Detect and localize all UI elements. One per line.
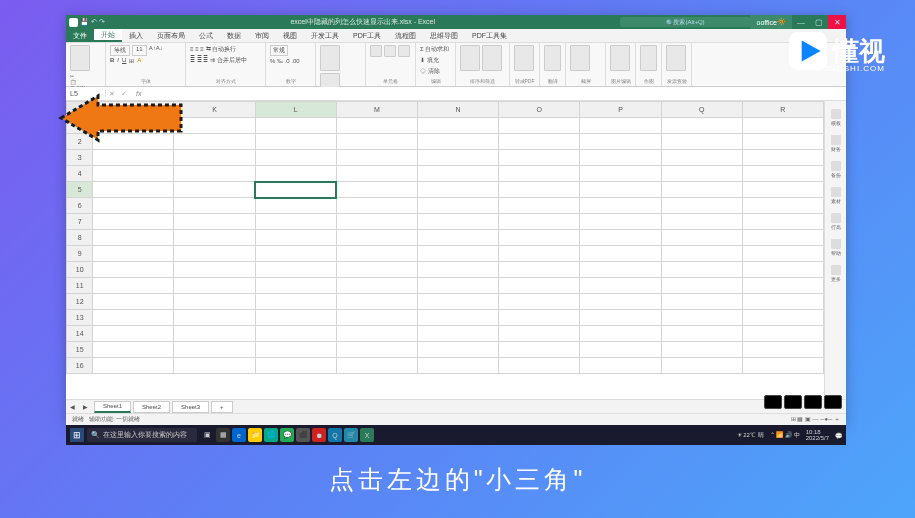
tab-view[interactable]: 视图 — [276, 29, 304, 42]
menubar: 文件 开始 插入 页面布局 公式 数据 审阅 视图 开发工具 PDF工具 流程图… — [66, 29, 846, 43]
float-btn[interactable] — [764, 395, 782, 409]
sp-help[interactable]: 帮助 — [828, 237, 844, 257]
tab-home[interactable]: 开始 — [94, 29, 122, 42]
col-header[interactable]: R — [742, 102, 823, 118]
col-header[interactable]: L — [255, 102, 336, 118]
taskbar-app-icon[interactable]: 📁 — [248, 428, 262, 442]
sheet-nav-next-icon[interactable]: ▶ — [79, 403, 92, 410]
qat-save-icon[interactable]: 💾 — [80, 18, 89, 26]
taskbar-search[interactable]: 🔍 在这里输入你要搜索的内容 — [87, 428, 197, 442]
col-header[interactable]: P — [580, 102, 661, 118]
image-edit-button[interactable] — [610, 45, 630, 71]
col-header[interactable]: N — [418, 102, 499, 118]
maximize-button[interactable]: ▢ — [810, 15, 828, 29]
invoice-button[interactable] — [666, 45, 686, 71]
titlebar: 💾 ↶ ↷ excel中隐藏的列怎么快速显示出来.xlsx - Excel 🔍搜… — [66, 15, 846, 29]
insert-cell-button[interactable] — [370, 45, 382, 57]
app-window: 💾 ↶ ↷ excel中隐藏的列怎么快速显示出来.xlsx - Excel 🔍搜… — [66, 15, 846, 425]
draw-button[interactable] — [640, 45, 657, 71]
add-sheet-button[interactable]: + — [211, 401, 233, 413]
pdf-button[interactable] — [514, 45, 534, 71]
sort-button[interactable] — [460, 45, 480, 71]
tab-flow[interactable]: 流程图 — [388, 29, 423, 42]
sp-material[interactable]: 素材 — [828, 185, 844, 205]
size-select[interactable]: 11 — [132, 45, 147, 56]
svg-marker-0 — [61, 96, 181, 140]
col-header[interactable]: Q — [661, 102, 742, 118]
col-header[interactable]: M — [336, 102, 417, 118]
sheet-nav-prev-icon[interactable]: ◀ — [66, 403, 79, 410]
notification-icon[interactable]: 💬 — [835, 432, 842, 439]
search-box[interactable]: 🔍搜索(Alt+Q) — [620, 17, 750, 27]
start-button[interactable]: ⊞ — [70, 428, 84, 442]
taskbar-app-icon[interactable]: 💬 — [280, 428, 294, 442]
sp-rowheight[interactable]: 行高 — [828, 211, 844, 231]
find-button[interactable] — [482, 45, 502, 71]
ribbon: ✂📋格式刷剪贴板 等线11A↑A↓BIU⊞A字体 ≡ ≡ ≡ ⇆ 自动换行≣ ≣… — [66, 43, 846, 87]
brand-logo: 懂视 51DONGSHI.COM — [787, 30, 885, 72]
clock[interactable]: 10:182022/5/7 — [806, 429, 829, 441]
app-icon — [69, 18, 78, 27]
tab-mind[interactable]: 思维导图 — [423, 29, 465, 42]
tab-pdfset[interactable]: PDF工具集 — [465, 29, 514, 42]
windows-taskbar: ⊞ 🔍 在这里输入你要搜索的内容 ▣ ▦ e 📁 🌐 💬 ⬛ ⏺ Q 🛒 X ☀… — [66, 425, 846, 445]
sp-backup[interactable]: 备份 — [828, 159, 844, 179]
taskbar-app-icon[interactable]: Q — [328, 428, 342, 442]
col-header[interactable]: O — [499, 102, 580, 118]
tray-icons[interactable]: ⌃ 📶 🔊 中 — [770, 431, 800, 440]
tab-formulas[interactable]: 公式 — [192, 29, 220, 42]
tab-data[interactable]: 数据 — [220, 29, 248, 42]
font-select[interactable]: 等线 — [110, 45, 130, 56]
taskbar-app-icon[interactable]: ⏺ — [312, 428, 326, 442]
tutorial-caption: 点击左边的"小三角" — [0, 463, 915, 496]
weather-widget[interactable]: ☀ 22℃ 晴 — [737, 431, 764, 440]
float-btn[interactable] — [804, 395, 822, 409]
float-btn[interactable] — [824, 395, 842, 409]
format-cell-button[interactable] — [398, 45, 410, 57]
minimize-button[interactable]: — — [792, 15, 810, 29]
taskbar-app-icon[interactable]: X — [360, 428, 374, 442]
paste-button[interactable] — [70, 45, 90, 71]
tab-insert[interactable]: 插入 — [122, 29, 150, 42]
statusbar: 就绪 辅助功能: 一切就绪 ⊞ ▦ ▣ — ─●─ ＋ — [66, 413, 846, 425]
tab-layout[interactable]: 页面布局 — [150, 29, 192, 42]
tab-file[interactable]: 文件 — [66, 29, 94, 42]
close-button[interactable]: ✕ — [828, 15, 846, 29]
qat-undo-icon[interactable]: ↶ — [91, 18, 97, 26]
number-format[interactable]: 常规 — [270, 45, 288, 56]
taskbar-app-icon[interactable]: 🌐 — [264, 428, 278, 442]
taskbar-app-icon[interactable]: ⬛ — [296, 428, 310, 442]
tab-review[interactable]: 审阅 — [248, 29, 276, 42]
taskbar-app-icon[interactable]: ▦ — [216, 428, 230, 442]
selected-cell[interactable] — [255, 182, 336, 198]
tab-dev[interactable]: 开发工具 — [304, 29, 346, 42]
sp-template[interactable]: 模板 — [828, 107, 844, 127]
cond-format-button[interactable] — [320, 45, 340, 71]
col-header[interactable]: K — [174, 102, 255, 118]
float-btn[interactable] — [784, 395, 802, 409]
delete-cell-button[interactable] — [384, 45, 396, 57]
sp-finance[interactable]: 财务 — [828, 133, 844, 153]
translate-button[interactable] — [544, 45, 561, 71]
screenshot-button[interactable] — [570, 45, 590, 71]
sheet-tab[interactable]: Sheet3 — [172, 401, 209, 413]
sheet-tab[interactable]: Sheet1 — [94, 401, 131, 413]
sp-more[interactable]: 更多 — [828, 263, 844, 283]
window-title: excel中隐藏的列怎么快速显示出来.xlsx - Excel — [105, 17, 620, 27]
taskbar-app-icon[interactable]: e — [232, 428, 246, 442]
float-controls — [764, 395, 842, 409]
side-panel: 模板 财务 备份 素材 行高 帮助 更多 — [824, 101, 846, 399]
sheet-tabbar: ◀ ▶ Sheet1 Sheet2 Sheet3 + — [66, 399, 846, 413]
zoom-controls[interactable]: ⊞ ▦ ▣ — ─●─ ＋ — [791, 415, 840, 424]
task-view-icon[interactable]: ▣ — [200, 428, 214, 442]
taskbar-app-icon[interactable]: 🛒 — [344, 428, 358, 442]
tab-pdf[interactable]: PDF工具 — [346, 29, 388, 42]
sheet-tab[interactable]: Sheet2 — [133, 401, 170, 413]
tutorial-arrow-icon — [56, 93, 186, 143]
office-badge[interactable]: ooffice 🔆 — [750, 15, 792, 29]
